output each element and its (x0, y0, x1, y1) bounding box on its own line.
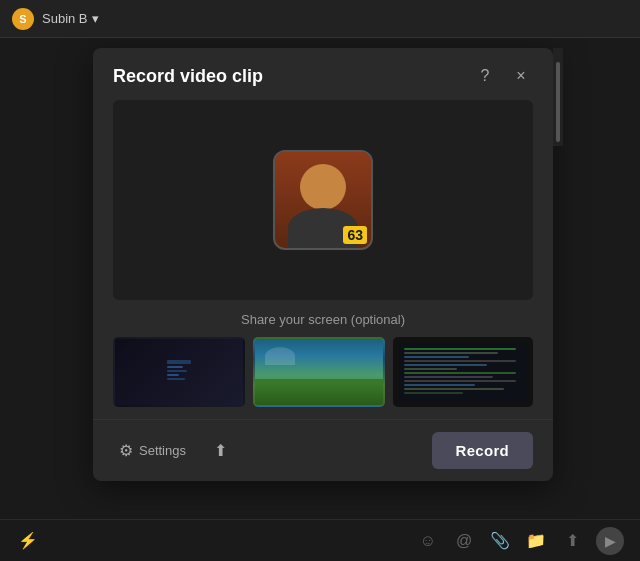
screen-thumbnails (113, 337, 533, 407)
screen-thumbnail-terminal[interactable] (393, 337, 533, 407)
top-bar: S Subin B ▾ (0, 0, 640, 38)
folder-icon[interactable]: 📁 (524, 529, 548, 553)
modal-title: Record video clip (113, 66, 263, 87)
help-button[interactable]: ? (473, 64, 497, 88)
screen-thumbnail-nature[interactable] (253, 337, 385, 407)
share-icon[interactable]: ⬆ (560, 529, 584, 553)
svg-rect-4 (167, 378, 185, 380)
settings-button[interactable]: ⚙ Settings (113, 437, 192, 464)
upload-button[interactable]: ⬆ (208, 437, 233, 464)
user-name-button[interactable]: Subin B ▾ (42, 11, 99, 26)
screen-thumbnail-ide[interactable] (113, 337, 245, 407)
record-video-modal: Record video clip ? × (93, 48, 553, 481)
screen-share-section: Share your screen (optional) (93, 312, 553, 419)
ide-icon (165, 358, 193, 386)
number-badge: 63 (343, 226, 367, 244)
modal-area: Record video clip ? × (16, 38, 640, 519)
svg-rect-0 (167, 360, 191, 364)
main-layout: Record video clip ? × (0, 38, 640, 519)
close-icon: × (516, 67, 525, 85)
footer-left: ⚙ Settings ⬆ (113, 437, 432, 464)
camera-feed: 63 (273, 150, 373, 250)
close-button[interactable]: × (509, 64, 533, 88)
scrollbar[interactable] (553, 48, 563, 146)
gear-icon: ⚙ (119, 441, 133, 460)
emoji-icon[interactable]: ☺ (416, 529, 440, 553)
send-icon: ▶ (605, 533, 616, 549)
send-button[interactable]: ▶ (596, 527, 624, 555)
svg-rect-3 (167, 374, 179, 376)
mention-icon[interactable]: @ (452, 529, 476, 553)
modal-header: Record video clip ? × (93, 48, 553, 100)
modal-footer: ⚙ Settings ⬆ Record (93, 419, 553, 481)
lightning-icon[interactable]: ⚡ (16, 529, 40, 553)
svg-rect-1 (167, 366, 183, 368)
avatar-text: S (19, 13, 26, 25)
upload-icon: ⬆ (214, 441, 227, 460)
bottom-toolbar: ⚡ ☺ @ 📎 📁 ⬆ ▶ (0, 519, 640, 561)
screen-share-label: Share your screen (optional) (113, 312, 533, 327)
settings-label: Settings (139, 443, 186, 458)
chevron-down-icon: ▾ (92, 11, 99, 26)
attachment-icon[interactable]: 📎 (488, 529, 512, 553)
modal-header-actions: ? × (473, 64, 533, 88)
record-button[interactable]: Record (432, 432, 533, 469)
help-icon: ? (481, 67, 490, 85)
camera-preview: 63 (113, 100, 533, 300)
svg-rect-2 (167, 370, 187, 372)
user-label: Subin B (42, 11, 88, 26)
person-head (300, 164, 346, 210)
avatar: S (12, 8, 34, 30)
scrollbar-thumb (556, 62, 560, 142)
left-sidebar (0, 38, 16, 519)
